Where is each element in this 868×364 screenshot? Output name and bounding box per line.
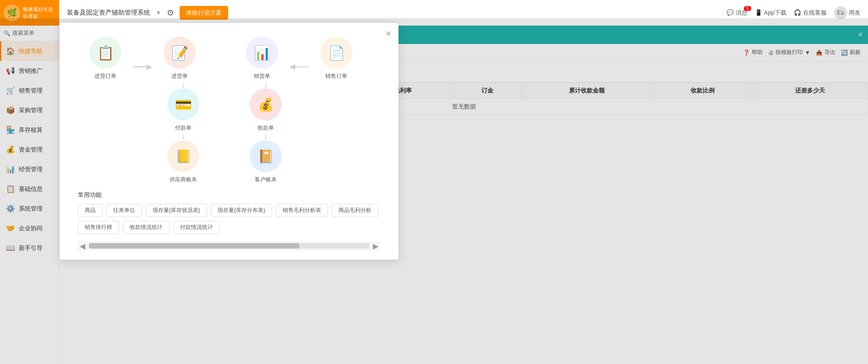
common-funcs-title: 常用功能 [78,191,380,199]
sales-bill-circle: 📊 [246,37,278,69]
customer-ledger-label: 客户账本 [255,176,277,184]
experience-btn[interactable]: 体验行业方案 [180,6,228,20]
avatar: Ea [834,6,847,19]
node-purchase-order[interactable]: 📋 进货订单 [78,37,133,80]
popup-close-btn[interactable]: × [386,28,391,39]
message-badge: 5 [744,6,751,11]
message-btn[interactable]: 💬 消息 5 [726,9,748,17]
arrow-purchase: ▶ [133,62,152,80]
app-download-icon: 📱 [755,9,762,16]
message-icon: 💬 [726,9,734,16]
func-btn-counterpart[interactable]: 往来单位 [106,204,142,217]
online-service-icon: 🎧 [794,9,801,16]
node-sales-order[interactable]: 📄 销售订单 [309,37,364,80]
scroll-left-btn[interactable]: ◀ [78,242,87,250]
user-menu[interactable]: Ea 用友 [834,6,861,19]
func-btn-payment-stats[interactable]: 付款情况统计 [173,221,220,234]
func-btn-sales-profit[interactable]: 销售毛利分析表 [276,204,328,217]
flow-diagram: 📋 进货订单 ▶ 📝 进货单 📊 销货单 [78,37,380,184]
func-btn-receipt-stats[interactable]: 收款情况统计 [123,221,169,234]
scroll-right-btn[interactable]: ▶ [371,242,380,250]
purchase-order-circle: 📋 [89,37,121,69]
purchase-order-label: 进货订单 [94,72,116,80]
payment-bill-circle: 💳 [167,88,199,120]
flow-popup: × 📋 进货订单 ▶ 📝 进货单 [60,23,399,260]
sales-order-circle: 📄 [320,37,352,69]
node-sales-bill[interactable]: 📊 销货单 [235,37,289,80]
func-btn-stock-dist[interactable]: 现存量(库存分布表) [211,204,272,217]
app-download-btn[interactable]: 📱 App下载 [755,9,786,17]
func-btn-sales-rank[interactable]: 销售排行榜 [78,221,119,234]
system-title: 装备及固定资产辅助管理系统 [67,9,150,17]
purchase-bill-circle: 📝 [164,37,196,69]
customer-ledger-circle: 📔 [250,140,282,172]
topbar-dropdown-arrow: ▼ [156,10,161,16]
receipt-bill-circle: 💰 [250,88,282,120]
supplier-ledger-circle: 📒 [167,140,199,172]
popup-scrollbar[interactable]: ◀ ▶ [78,241,380,250]
logo-text: 畅康通好生意 标准版 [23,6,53,20]
sales-order-label: 销售订单 [325,72,347,80]
purchase-bill-label: 进货单 [171,72,188,80]
node-supplier-ledger[interactable]: 📒 供应商账本 [156,140,211,184]
settings-icon[interactable]: ⚙ [167,8,174,18]
sales-bill-label: 销货单 [254,72,270,80]
func-btn-product[interactable]: 商品 [78,204,103,217]
func-btn-product-profit[interactable]: 商品毛利分析 [332,204,378,217]
online-service-btn[interactable]: 🎧 在线客服 [794,9,827,17]
scroll-thumb [89,243,299,249]
func-buttons-row2: 销售排行榜 收款情况统计 付款情况统计 [78,221,380,234]
arrow-sales-dashed: ◀ [289,62,309,80]
node-payment-bill[interactable]: 💳 付款单 [156,88,211,132]
supplier-ledger-label: 供应商账本 [169,176,197,184]
func-btn-stock-status[interactable]: 现存量(库存状况表) [146,204,207,217]
payment-bill-label: 付款单 [175,124,191,132]
node-customer-ledger[interactable]: 📔 客户账本 [238,140,293,184]
topbar-right: 💬 消息 5 📱 App下载 🎧 在线客服 Ea 用友 [726,6,861,19]
func-buttons-row1: 商品 往来单位 现存量(库存状况表) 现存量(库存分布表) 销售毛利分析表 商品… [78,204,380,217]
receipt-bill-label: 收款单 [257,124,274,132]
main-content: 装备及固定资产辅助管理系统 ▼ ⚙ 体验行业方案 💬 消息 5 📱 App下载 … [60,0,868,364]
node-receipt-bill[interactable]: 💰 收款单 [238,88,293,132]
common-functions: 常用功能 商品 往来单位 现存量(库存状况表) 现存量(库存分布表) 销售毛利分… [78,191,380,234]
node-purchase-bill[interactable]: 📝 进货单 [152,37,207,80]
